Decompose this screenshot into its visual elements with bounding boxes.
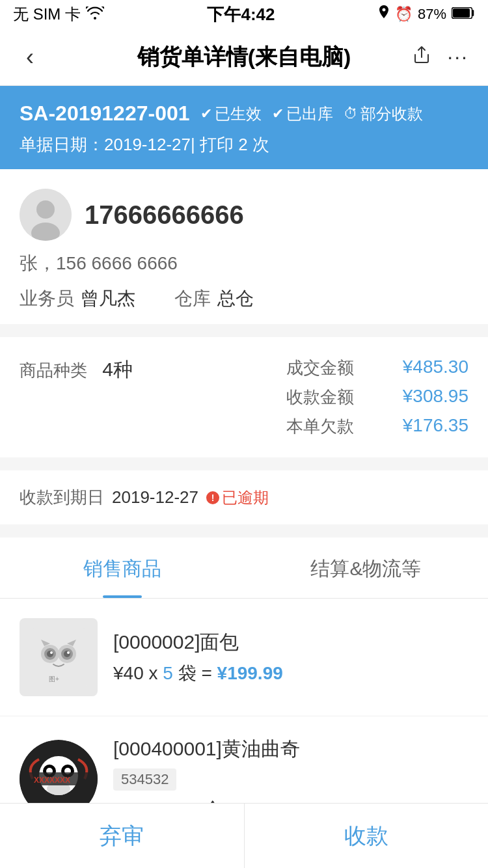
- warehouse-label: 仓库: [174, 286, 211, 311]
- carrier-text: 无 SIM 卡: [13, 4, 81, 25]
- banner-row1: SA-20191227-001 ✔ 已生效 ✔ 已出库 ⏱ 部分收款: [20, 102, 468, 126]
- sales-person-info: 业务员 曾凡杰: [20, 286, 135, 311]
- list-item: 图+ [0000002]面包 ¥40 x 5 袋 = ¥199.99: [0, 599, 488, 716]
- overdue-dot-icon: !: [206, 491, 219, 504]
- types-count: 4种: [102, 359, 133, 380]
- svg-point-10: [47, 651, 53, 657]
- status-bar: 无 SIM 卡 下午4:42 ⏰ 87%: [0, 0, 488, 29]
- deal-amount-value: ¥485.30: [403, 357, 468, 379]
- wifi-icon: [86, 5, 104, 23]
- tab-sales-products[interactable]: 销售商品: [0, 537, 244, 598]
- product-price-1: ¥40 x 5 袋 = ¥199.99: [113, 661, 468, 686]
- order-id: SA-20191227-001: [20, 102, 190, 126]
- overdue-badge: ! 已逾期: [206, 487, 269, 508]
- status-badge-shipped: ✔ 已出库: [272, 103, 333, 124]
- summary-card: 商品种类 4种 成交金额 ¥485.30 收款金额 ¥308.95 本单欠款 ¥…: [0, 337, 488, 457]
- battery-text: 87%: [418, 6, 446, 23]
- order-date: 2019-12-27: [104, 135, 191, 154]
- deal-amount-label: 成交金额: [286, 357, 354, 379]
- status-badge-partial: ⏱ 部分收款: [344, 103, 423, 124]
- bottom-bar: 弃审 收款: [0, 803, 488, 868]
- status-left: 无 SIM 卡: [13, 4, 104, 25]
- svg-rect-1: [453, 8, 470, 18]
- summary-right: 成交金额 ¥485.30 收款金额 ¥308.95 本单欠款 ¥176.35: [286, 357, 468, 438]
- warehouse-info: 仓库 总仓: [174, 286, 254, 311]
- battery-icon: [452, 6, 475, 23]
- overdue-date: 2019-12-27: [112, 487, 198, 508]
- customer-sub-info: 张，156 6666 6666: [20, 251, 468, 276]
- page-title: 销货单详情(来自电脑): [137, 42, 351, 72]
- header-banner: SA-20191227-001 ✔ 已生效 ✔ 已出库 ⏱ 部分收款 单据日期：…: [0, 86, 488, 169]
- collected-value: ¥308.95: [403, 386, 468, 409]
- banner-date-row: 单据日期：2019-12-27| 打印 2 次: [20, 133, 468, 156]
- more-icon[interactable]: ···: [447, 45, 468, 69]
- owed-row: 本单欠款 ¥176.35: [286, 415, 468, 438]
- customer-top: 17666666666: [20, 189, 468, 241]
- collected-row: 收款金额 ¥308.95: [286, 386, 468, 409]
- check-icon-2: ✔: [272, 105, 284, 122]
- collect-payment-button[interactable]: 收款: [245, 804, 489, 868]
- product-name-1: [0000002]面包: [113, 629, 468, 656]
- svg-point-3: [36, 200, 55, 219]
- product-info-1: [0000002]面包 ¥40 x 5 袋 = ¥199.99: [113, 629, 468, 686]
- deal-amount-row: 成交金额 ¥485.30: [286, 357, 468, 379]
- nav-bar: ‹ 销货单详情(来自电脑) ···: [0, 29, 488, 86]
- product-tag-2: 534532: [113, 768, 176, 791]
- status-badges: ✔ 已生效 ✔ 已出库 ⏱ 部分收款: [200, 103, 423, 124]
- time-display: 下午4:42: [207, 3, 275, 26]
- tab-settlement-logistics[interactable]: 结算&物流等: [244, 537, 488, 598]
- product-total-1: ¥199.99: [217, 663, 283, 683]
- location-icon: [378, 5, 390, 23]
- clock-icon: ⏱: [344, 105, 358, 122]
- nav-actions: ···: [412, 45, 468, 70]
- customer-card: 17666666666 张，156 6666 6666 业务员 曾凡杰 仓库 总…: [0, 169, 488, 324]
- svg-point-11: [64, 651, 70, 657]
- print-info: | 打印 2 次: [191, 135, 269, 154]
- sales-label: 业务员: [20, 286, 74, 311]
- customer-phone: 17666666666: [85, 200, 244, 230]
- share-icon[interactable]: [412, 45, 431, 70]
- owed-label: 本单欠款: [286, 415, 354, 438]
- summary-left: 商品种类 4种: [20, 357, 133, 383]
- svg-text:图+: 图+: [49, 675, 59, 683]
- summary-row: 商品种类 4种 成交金额 ¥485.30 收款金额 ¥308.95 本单欠款 ¥…: [20, 357, 468, 438]
- collected-label: 收款金额: [286, 386, 354, 409]
- customer-meta: 业务员 曾凡杰 仓库 总仓: [20, 286, 468, 311]
- svg-point-12: [50, 651, 53, 654]
- product-thumbnail-1: 图+: [20, 618, 98, 696]
- avatar: [20, 189, 72, 241]
- overdue-card: 收款到期日 2019-12-27 ! 已逾期: [0, 470, 488, 524]
- owed-value: ¥176.35: [403, 415, 468, 438]
- reject-button[interactable]: 弃审: [0, 804, 245, 868]
- types-label: 商品种类: [20, 360, 87, 380]
- sales-person-value: 曾凡杰: [81, 286, 135, 311]
- status-right: ⏰ 87%: [378, 5, 475, 23]
- product-qty-1: 5: [163, 663, 173, 683]
- date-label: 单据日期：: [20, 135, 104, 154]
- status-badge-effective: ✔ 已生效: [200, 103, 262, 124]
- check-icon: ✔: [200, 105, 212, 122]
- warehouse-value: 总仓: [217, 286, 254, 311]
- svg-text:XXXXXXX: XXXXXXX: [34, 776, 70, 785]
- tabs-bar: 销售商品 结算&物流等: [0, 537, 488, 599]
- overdue-label: 收款到期日: [20, 486, 104, 509]
- svg-point-13: [67, 651, 70, 654]
- product-name-2: [000400001]黄油曲奇: [113, 736, 468, 763]
- alarm-icon: ⏰: [395, 6, 413, 23]
- overdue-status-text: 已逾期: [222, 487, 269, 508]
- back-button[interactable]: ‹: [20, 37, 40, 77]
